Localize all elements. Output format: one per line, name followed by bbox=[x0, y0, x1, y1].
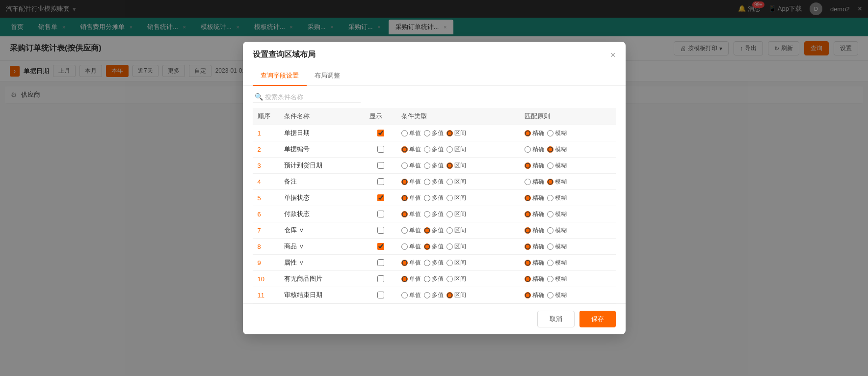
type-option-label[interactable]: 单值 bbox=[401, 178, 421, 186]
type-radio[interactable] bbox=[424, 162, 430, 169]
type-radio[interactable] bbox=[424, 227, 430, 234]
type-option-label[interactable]: 区间 bbox=[447, 242, 466, 251]
type-option-label[interactable]: 单值 bbox=[401, 291, 421, 299]
type-radio[interactable] bbox=[447, 227, 453, 234]
type-radio[interactable] bbox=[447, 260, 453, 266]
match-option-label[interactable]: 精确 bbox=[525, 178, 544, 186]
match-option-label[interactable]: 模糊 bbox=[547, 259, 567, 267]
type-radio[interactable] bbox=[401, 162, 408, 169]
match-radio[interactable] bbox=[547, 162, 553, 169]
match-option-label[interactable]: 精确 bbox=[525, 161, 544, 170]
match-radio[interactable] bbox=[547, 146, 553, 153]
type-radio[interactable] bbox=[401, 146, 408, 153]
match-option-label[interactable]: 模糊 bbox=[547, 291, 567, 299]
type-radio[interactable] bbox=[424, 292, 430, 298]
match-radio[interactable] bbox=[525, 292, 531, 298]
match-option-label[interactable]: 模糊 bbox=[547, 178, 567, 186]
type-option-label[interactable]: 区间 bbox=[447, 194, 466, 202]
tab-layout-adjust[interactable]: 布局调整 bbox=[307, 66, 348, 86]
match-radio[interactable] bbox=[547, 179, 553, 185]
type-option-label[interactable]: 多值 bbox=[424, 161, 444, 170]
type-radio[interactable] bbox=[447, 162, 453, 169]
cancel-button[interactable]: 取消 bbox=[537, 311, 575, 327]
type-option-label[interactable]: 多值 bbox=[424, 210, 444, 218]
type-radio[interactable] bbox=[424, 276, 430, 282]
type-option-label[interactable]: 多值 bbox=[424, 194, 444, 202]
type-option-label[interactable]: 区间 bbox=[447, 210, 466, 218]
display-checkbox[interactable] bbox=[377, 146, 384, 153]
type-radio[interactable] bbox=[424, 243, 430, 250]
match-option-label[interactable]: 精确 bbox=[525, 275, 544, 283]
match-radio[interactable] bbox=[525, 211, 531, 217]
match-radio[interactable] bbox=[525, 162, 531, 169]
match-option-label[interactable]: 精确 bbox=[525, 259, 544, 267]
match-radio[interactable] bbox=[547, 130, 553, 136]
display-checkbox[interactable] bbox=[377, 194, 384, 201]
match-option-label[interactable]: 模糊 bbox=[547, 226, 567, 235]
match-option-label[interactable]: 模糊 bbox=[547, 129, 567, 137]
match-option-label[interactable]: 精确 bbox=[525, 194, 544, 202]
match-option-label[interactable]: 模糊 bbox=[547, 275, 567, 283]
match-radio[interactable] bbox=[525, 227, 531, 234]
type-radio[interactable] bbox=[401, 292, 408, 298]
type-option-label[interactable]: 区间 bbox=[447, 291, 466, 299]
match-option-label[interactable]: 精确 bbox=[525, 145, 544, 154]
type-option-label[interactable]: 单值 bbox=[401, 145, 421, 154]
type-radio[interactable] bbox=[447, 243, 453, 250]
type-option-label[interactable]: 多值 bbox=[424, 178, 444, 186]
type-radio[interactable] bbox=[447, 195, 453, 201]
display-checkbox[interactable] bbox=[377, 227, 384, 234]
display-checkbox[interactable] bbox=[377, 178, 384, 185]
type-option-label[interactable]: 区间 bbox=[447, 161, 466, 170]
type-option-label[interactable]: 区间 bbox=[447, 145, 466, 154]
match-radio[interactable] bbox=[547, 260, 553, 266]
type-radio[interactable] bbox=[401, 211, 408, 217]
match-option-label[interactable]: 模糊 bbox=[547, 161, 567, 170]
type-option-label[interactable]: 区间 bbox=[447, 259, 466, 267]
display-checkbox[interactable] bbox=[377, 211, 384, 217]
match-option-label[interactable]: 模糊 bbox=[547, 210, 567, 218]
match-radio[interactable] bbox=[525, 195, 531, 201]
type-option-label[interactable]: 区间 bbox=[447, 275, 466, 283]
display-checkbox[interactable] bbox=[377, 130, 384, 136]
type-option-label[interactable]: 单值 bbox=[401, 210, 421, 218]
type-option-label[interactable]: 多值 bbox=[424, 226, 444, 235]
type-radio[interactable] bbox=[424, 146, 430, 153]
tab-query-fields[interactable]: 查询字段设置 bbox=[253, 66, 307, 86]
match-radio[interactable] bbox=[525, 243, 531, 250]
match-option-label[interactable]: 精确 bbox=[525, 226, 544, 235]
type-radio[interactable] bbox=[424, 130, 430, 136]
type-radio[interactable] bbox=[447, 276, 453, 282]
type-radio[interactable] bbox=[401, 179, 408, 185]
display-checkbox[interactable] bbox=[377, 292, 384, 298]
type-option-label[interactable]: 单值 bbox=[401, 194, 421, 202]
match-option-label[interactable]: 模糊 bbox=[547, 242, 567, 251]
match-radio[interactable] bbox=[547, 211, 553, 217]
type-option-label[interactable]: 单值 bbox=[401, 259, 421, 267]
match-option-label[interactable]: 精确 bbox=[525, 242, 544, 251]
type-option-label[interactable]: 多值 bbox=[424, 259, 444, 267]
match-option-label[interactable]: 模糊 bbox=[547, 145, 567, 154]
search-input[interactable] bbox=[265, 93, 359, 101]
type-radio[interactable] bbox=[424, 211, 430, 217]
type-radio[interactable] bbox=[401, 195, 408, 201]
match-radio[interactable] bbox=[525, 146, 531, 153]
dialog-close-button[interactable]: × bbox=[610, 51, 616, 59]
display-checkbox[interactable] bbox=[377, 243, 384, 250]
type-radio[interactable] bbox=[447, 146, 453, 153]
match-radio[interactable] bbox=[525, 130, 531, 136]
match-option-label[interactable]: 精确 bbox=[525, 129, 544, 137]
display-checkbox[interactable] bbox=[377, 259, 384, 266]
type-radio[interactable] bbox=[447, 292, 453, 298]
type-option-label[interactable]: 单值 bbox=[401, 226, 421, 235]
type-option-label[interactable]: 单值 bbox=[401, 129, 421, 137]
type-radio[interactable] bbox=[401, 260, 408, 266]
match-radio[interactable] bbox=[547, 227, 553, 234]
match-option-label[interactable]: 精确 bbox=[525, 291, 544, 299]
match-radio[interactable] bbox=[547, 243, 553, 250]
display-checkbox[interactable] bbox=[377, 162, 384, 169]
type-option-label[interactable]: 单值 bbox=[401, 242, 421, 251]
type-option-label[interactable]: 多值 bbox=[424, 129, 444, 137]
match-option-label[interactable]: 精确 bbox=[525, 210, 544, 218]
match-radio[interactable] bbox=[525, 179, 531, 185]
